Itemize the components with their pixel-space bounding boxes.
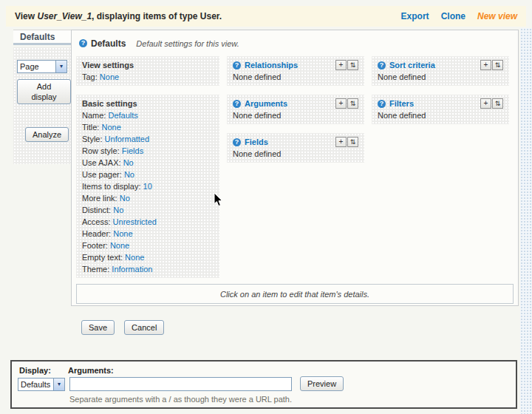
setting-value-link[interactable]: Unrestricted <box>113 217 157 226</box>
new-view-link[interactable]: New view <box>477 11 517 21</box>
help-icon[interactable]: ? <box>233 138 241 146</box>
rearrange-icon[interactable]: ⇅ <box>492 98 503 109</box>
setting-value-link[interactable]: Unformatted <box>105 135 150 143</box>
chevron-down-icon[interactable]: ▾ <box>55 61 66 72</box>
help-icon[interactable]: ? <box>378 100 386 108</box>
setting-label: Access: <box>82 217 111 226</box>
view-title-suffix: , displaying items of type User. <box>92 11 222 21</box>
setting-row: Access: Unrestricted <box>82 216 214 228</box>
arguments-empty-text: None defined <box>233 109 358 121</box>
preview-display-label: Display: <box>19 366 51 375</box>
setting-label: Footer: <box>82 241 108 250</box>
arguments-title-link[interactable]: Arguments <box>245 98 287 109</box>
basic-settings-title: Basic settings <box>82 98 214 109</box>
setting-row: Use AJAX: No <box>82 157 214 169</box>
setting-value-link[interactable]: Information <box>112 265 152 274</box>
sort-criteria-title-link[interactable]: Sort criteria <box>389 59 435 71</box>
cancel-button[interactable]: Cancel <box>124 320 164 335</box>
rearrange-icon[interactable]: ⇅ <box>492 60 503 70</box>
display-title: Defaults <box>91 38 126 49</box>
preview-button[interactable]: Preview <box>300 376 344 391</box>
tab-defaults[interactable]: Defaults <box>13 30 71 45</box>
sort-criteria-panel: ? Sort criteria + ⇅ None defined <box>372 56 509 86</box>
setting-row: Style: Unformatted <box>82 133 214 145</box>
fields-empty-text: None defined <box>233 148 358 160</box>
add-item-icon[interactable]: + <box>335 98 347 109</box>
tab-defaults-label: Defaults <box>20 32 55 42</box>
display-type-value: Page <box>20 62 39 71</box>
filters-header: ? Filters + ⇅ <box>378 98 503 109</box>
display-title-row: ? Defaults Default settings for this vie… <box>79 38 514 49</box>
relationships-header: ? Relationships + ⇅ <box>233 59 358 71</box>
fields-title-link[interactable]: Fields <box>245 136 268 148</box>
relationships-empty-text: None defined <box>233 71 358 83</box>
relationships-panel: ? Relationships + ⇅ None defined <box>227 56 364 86</box>
settings-grid: View settings Tag: None Basic settings N… <box>76 56 514 287</box>
setting-value-link[interactable]: 10 <box>143 182 152 191</box>
add-display-button[interactable]: Add display <box>17 79 71 104</box>
setting-label: Name: <box>82 111 106 120</box>
bucket-ops: + ⇅ <box>335 60 358 70</box>
setting-row: Header: None <box>82 228 214 240</box>
display-settings-box: ? Defaults Default settings for this vie… <box>71 30 519 306</box>
setting-row: Use pager: No <box>82 169 214 180</box>
help-icon[interactable]: ? <box>378 61 386 69</box>
view-settings-title: View settings <box>82 59 214 71</box>
setting-value-link[interactable]: None <box>125 253 144 262</box>
save-button[interactable]: Save <box>81 320 115 335</box>
setting-label: More link: <box>82 194 117 203</box>
add-item-icon[interactable]: + <box>335 60 347 70</box>
analyze-button[interactable]: Analyze <box>25 127 69 142</box>
rearrange-icon[interactable]: ⇅ <box>347 98 358 109</box>
setting-value-link[interactable]: No <box>113 206 123 214</box>
chevron-down-icon[interactable]: ▾ <box>53 379 64 390</box>
display-controls-sidebar: Page ▾ Add display Analyze <box>13 47 71 164</box>
setting-value-link[interactable]: None <box>113 229 132 238</box>
setting-value-link[interactable]: None <box>110 241 129 250</box>
clone-link[interactable]: Clone <box>441 11 466 21</box>
preview-display-select[interactable]: Defaults ▾ <box>18 378 65 391</box>
rearrange-icon[interactable]: ⇅ <box>347 137 358 147</box>
setting-row: Row style: Fields <box>82 145 214 157</box>
preview-panel: Display: Defaults ▾ Arguments: Preview S… <box>10 360 517 409</box>
help-icon[interactable]: ? <box>79 39 87 47</box>
views-edit-area: Defaults Page ▾ Add display Analyze ? De… <box>7 30 519 306</box>
add-item-icon[interactable]: + <box>480 60 491 70</box>
setting-row: Footer: None <box>82 240 214 251</box>
settings-column-1: View settings Tag: None Basic settings N… <box>76 56 219 287</box>
help-icon[interactable]: ? <box>233 61 241 69</box>
fields-panel: ? Fields + ⇅ None defined <box>227 133 364 163</box>
export-link[interactable]: Export <box>401 11 429 21</box>
display-type-select[interactable]: Page ▾ <box>17 60 67 73</box>
display-description: Default settings for this view. <box>136 39 239 48</box>
setting-label: Theme: <box>82 265 109 274</box>
basic-settings-panel: Basic settings Name: Defaults Title: Non… <box>76 95 219 278</box>
setting-row: Distinct: No <box>82 204 214 216</box>
rearrange-icon[interactable]: ⇅ <box>347 60 358 70</box>
relationships-title-link[interactable]: Relationships <box>245 59 298 71</box>
fields-header: ? Fields + ⇅ <box>233 136 358 148</box>
add-item-icon[interactable]: + <box>480 98 491 109</box>
setting-label: Empty text: <box>82 253 123 262</box>
setting-label: Style: <box>82 135 103 143</box>
setting-label: Title: <box>82 123 99 132</box>
mouse-cursor <box>214 193 223 207</box>
setting-value-link[interactable]: Fields <box>122 146 143 155</box>
preview-display-value: Defaults <box>21 380 50 389</box>
help-icon[interactable]: ? <box>233 100 241 108</box>
setting-value-link[interactable]: None <box>102 123 121 132</box>
filters-empty-text: None defined <box>378 109 503 121</box>
setting-row: Theme: Information <box>82 263 214 275</box>
setting-label: Row style: <box>82 146 120 155</box>
preview-arguments-input[interactable] <box>69 377 292 391</box>
filters-title-link[interactable]: Filters <box>389 98 414 109</box>
setting-value-link[interactable]: Defaults <box>108 111 137 120</box>
add-item-icon[interactable]: + <box>335 137 347 147</box>
bucket-ops: + ⇅ <box>480 60 503 70</box>
setting-value-link[interactable]: No <box>124 170 134 179</box>
arguments-header: ? Arguments + ⇅ <box>233 98 358 109</box>
setting-value-link[interactable]: None <box>100 72 119 81</box>
setting-label: Items to display: <box>82 182 140 191</box>
setting-value-link[interactable]: No <box>123 158 134 167</box>
setting-value-link[interactable]: No <box>120 194 130 203</box>
